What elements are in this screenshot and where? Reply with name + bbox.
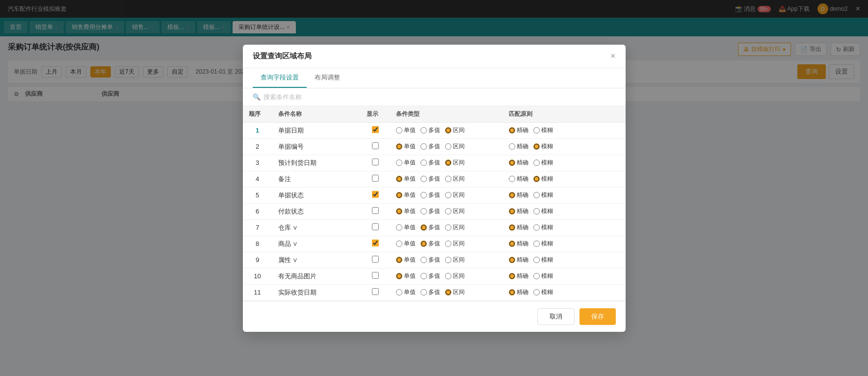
dialog-tabs: 查询字段设置 布局调整 <box>243 68 626 88</box>
dialog-title: 设置查询区域布局 <box>253 52 312 61</box>
col-header-match: 匹配原则 <box>503 106 626 109</box>
tab-layout-adjustment[interactable]: 布局调整 <box>307 68 348 88</box>
dialog-header: 设置查询区域布局 × <box>243 45 626 68</box>
dialog-table: 顺序 条件名称 显示 条件类型 匹配原则 1单据日期单值多值区间精确模糊2单据编… <box>243 106 626 109</box>
settings-dialog: 设置查询区域布局 × 查询字段设置 布局调整 🔍 顺序 条件名称 <box>243 45 626 109</box>
search-input[interactable] <box>263 93 616 101</box>
conditions-table: 顺序 条件名称 显示 条件类型 匹配原则 1单据日期单值多值区间精确模糊2单据编… <box>243 106 626 109</box>
search-row: 🔍 <box>243 88 626 106</box>
tab-query-field-settings[interactable]: 查询字段设置 <box>253 68 307 88</box>
dialog-close-button[interactable]: × <box>610 52 616 60</box>
table-header: 顺序 条件名称 显示 条件类型 匹配原则 <box>243 106 626 109</box>
col-header-order: 顺序 <box>243 106 272 109</box>
col-header-name: 条件名称 <box>272 106 361 109</box>
search-icon: 🔍 <box>253 93 261 101</box>
col-header-type: 条件类型 <box>390 106 503 109</box>
col-header-display: 显示 <box>361 106 390 109</box>
modal-overlay: 设置查询区域布局 × 查询字段设置 布局调整 🔍 顺序 条件名称 <box>0 0 868 109</box>
